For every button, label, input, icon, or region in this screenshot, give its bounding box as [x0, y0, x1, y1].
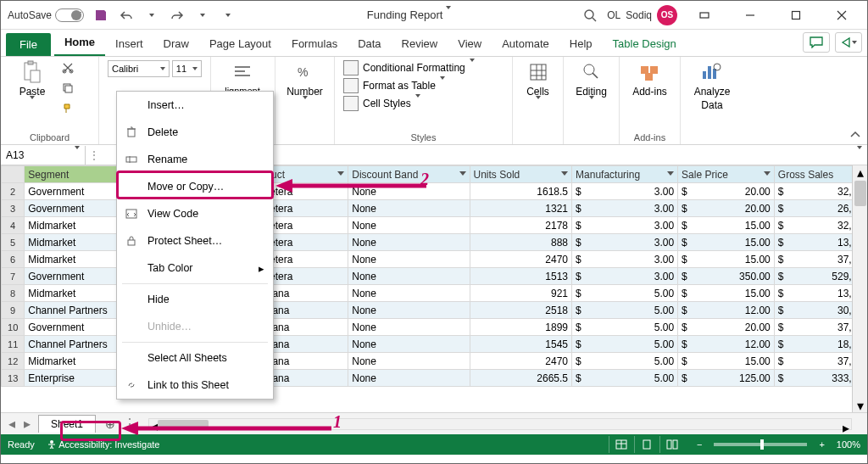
row-header[interactable]: 11: [2, 336, 25, 353]
col-discount[interactable]: Discount Band: [348, 166, 470, 183]
tab-draw[interactable]: Draw: [153, 32, 199, 56]
autosave-toggle[interactable]: AutoSave Off: [8, 8, 84, 22]
select-all-corner[interactable]: [2, 166, 25, 183]
analyze-data-button[interactable]: Analyze Data: [689, 60, 735, 111]
cell-sale[interactable]: $12.00: [678, 336, 775, 353]
new-sheet-button[interactable]: ⊕: [101, 417, 120, 431]
scroll-up-icon[interactable]: ▴: [853, 165, 867, 179]
zoom-in-button[interactable]: +: [819, 439, 824, 450]
vertical-scrollbar[interactable]: ▴ ▾: [852, 165, 867, 412]
cell-discount[interactable]: None: [348, 319, 470, 336]
ctx-tab-color[interactable]: Tab Color▸: [117, 254, 273, 282]
tab-help[interactable]: Help: [559, 32, 603, 56]
cell-discount[interactable]: None: [348, 217, 470, 234]
cell-sale[interactable]: $15.00: [678, 251, 775, 268]
addins-button[interactable]: Add-ins: [628, 60, 671, 98]
ctx-delete[interactable]: Delete: [117, 119, 273, 146]
tab-nav-next[interactable]: ▸: [21, 418, 33, 430]
ctx-view-code[interactable]: View Code: [117, 200, 273, 227]
cell-discount[interactable]: None: [348, 234, 470, 251]
comments-button[interactable]: [803, 32, 830, 53]
ctx-move-or-copy[interactable]: Move or Copy…: [117, 173, 273, 200]
cell-units[interactable]: 888: [470, 234, 572, 251]
hscroll-thumb[interactable]: [158, 420, 209, 428]
document-title[interactable]: Funding Report: [367, 8, 443, 21]
cell-discount[interactable]: None: [348, 200, 470, 217]
cut-icon[interactable]: [60, 60, 75, 75]
cell-sale[interactable]: $20.00: [678, 200, 775, 217]
tab-data[interactable]: Data: [348, 32, 391, 56]
cell-mfg[interactable]: $3.00: [572, 268, 678, 285]
view-normal-icon[interactable]: [609, 436, 634, 453]
row-header[interactable]: 2: [2, 183, 25, 200]
tab-view[interactable]: View: [448, 32, 492, 56]
ctx-hide[interactable]: Hide: [117, 286, 273, 313]
cell-units[interactable]: 1899: [470, 319, 572, 336]
row-header[interactable]: 5: [2, 234, 25, 251]
zoom-slider[interactable]: [714, 443, 807, 446]
cell-discount[interactable]: None: [348, 336, 470, 353]
cell-mfg[interactable]: $5.00: [572, 336, 678, 353]
doc-title-dropdown[interactable]: [446, 9, 451, 21]
ctx-insert[interactable]: Insert…: [117, 92, 273, 119]
editing-button[interactable]: Editing: [572, 60, 610, 111]
cell-units[interactable]: 2470: [470, 251, 572, 268]
copy-icon[interactable]: [60, 81, 75, 96]
qat-customize[interactable]: [220, 7, 236, 24]
cell-mfg[interactable]: $5.00: [572, 302, 678, 319]
cell-units[interactable]: 1545: [470, 336, 572, 353]
maximize-button[interactable]: [777, 3, 815, 27]
cell-units[interactable]: 921: [470, 285, 572, 302]
cell-units[interactable]: 2518: [470, 302, 572, 319]
col-sale[interactable]: Sale Price: [678, 166, 775, 183]
row-header[interactable]: 13: [2, 370, 25, 387]
tab-formulas[interactable]: Formulas: [281, 32, 348, 56]
scroll-thumb[interactable]: [854, 181, 866, 206]
paste-button[interactable]: Paste: [9, 60, 55, 111]
row-header[interactable]: 3: [2, 200, 25, 217]
row-header[interactable]: 7: [2, 268, 25, 285]
share-button[interactable]: [835, 32, 862, 53]
cell-mfg[interactable]: $3.00: [572, 234, 678, 251]
cell-sale[interactable]: $350.00: [678, 268, 775, 285]
zoom-out-button[interactable]: −: [697, 439, 702, 450]
sheet-tab-sheet1[interactable]: Sheet1: [38, 415, 96, 433]
cell-discount[interactable]: None: [348, 285, 470, 302]
close-button[interactable]: [823, 3, 860, 27]
tab-home[interactable]: Home: [54, 31, 105, 56]
cell-sale[interactable]: $15.00: [678, 353, 775, 370]
undo-icon[interactable]: [118, 7, 135, 24]
cell-mfg[interactable]: $3.00: [572, 217, 678, 234]
cell-sale[interactable]: $20.00: [678, 183, 775, 200]
cell-sale[interactable]: $12.00: [678, 302, 775, 319]
cell-discount[interactable]: None: [348, 370, 470, 387]
row-header[interactable]: 6: [2, 251, 25, 268]
cell-mfg[interactable]: $5.00: [572, 285, 678, 302]
cell-units[interactable]: 2178: [470, 217, 572, 234]
ctx-select-all-sheets[interactable]: Select All Sheets: [117, 344, 273, 372]
tab-insert[interactable]: Insert: [105, 32, 153, 56]
cell-sale[interactable]: $15.00: [678, 217, 775, 234]
ribbon-mode-icon[interactable]: [686, 3, 723, 27]
number-button[interactable]: % Number: [284, 60, 326, 111]
tab-nav-prev[interactable]: ◂: [6, 418, 18, 430]
conditional-formatting-button[interactable]: Conditional Formatting: [343, 60, 504, 75]
cell-sale[interactable]: $125.00: [678, 370, 775, 387]
search-icon[interactable]: [581, 7, 598, 24]
cell-sale[interactable]: $15.00: [678, 234, 775, 251]
horizontal-scrollbar[interactable]: ◂ ▸: [148, 418, 852, 430]
cell-mfg[interactable]: $3.00: [572, 200, 678, 217]
minimize-button[interactable]: [732, 3, 769, 27]
tab-table-design[interactable]: Table Design: [603, 32, 687, 56]
autosave-pill[interactable]: Off: [55, 8, 84, 22]
cell-units[interactable]: 1618.5: [470, 183, 572, 200]
tab-automate[interactable]: Automate: [492, 32, 559, 56]
format-as-table-button[interactable]: Format as Table: [343, 78, 504, 93]
tab-file[interactable]: File: [6, 33, 51, 56]
font-size-combo[interactable]: 11: [172, 60, 202, 77]
col-mfg[interactable]: Manufacturing: [572, 166, 678, 183]
cell-discount[interactable]: None: [348, 183, 470, 200]
tab-review[interactable]: Review: [392, 32, 448, 56]
ctx-protect-sheet[interactable]: Protect Sheet…: [117, 227, 273, 254]
cell-units[interactable]: 2470: [470, 353, 572, 370]
